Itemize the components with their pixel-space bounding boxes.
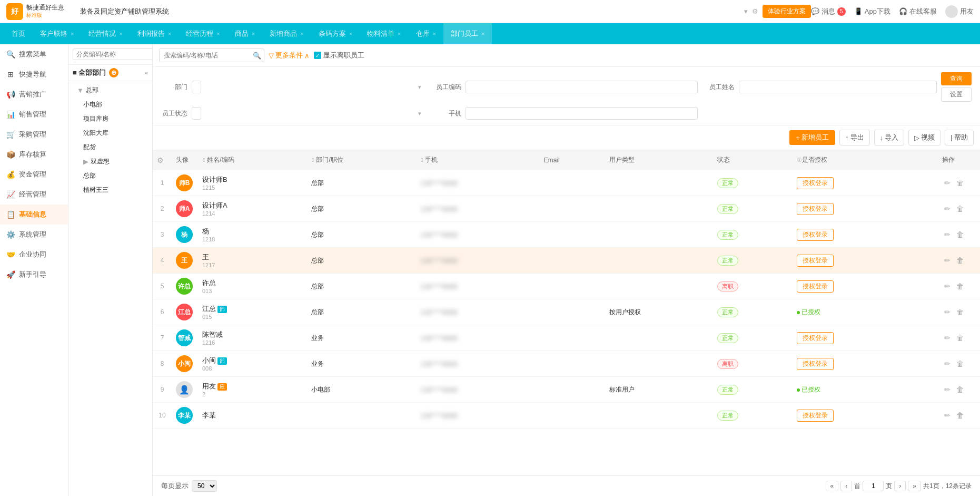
- sidebar-item-inventory[interactable]: 📦 库存核算: [0, 144, 68, 164]
- notifications-btn[interactable]: 💬 消息 5: [811, 7, 846, 16]
- edit-btn[interactable]: ✏: [942, 358, 953, 369]
- dept-node-distribution[interactable]: 配货: [68, 140, 152, 154]
- employee-search-input[interactable]: [159, 48, 264, 62]
- auth-btn[interactable]: 授权登录: [797, 358, 834, 370]
- tab-close-icon[interactable]: ×: [119, 31, 122, 37]
- sidebar-item-system[interactable]: ⚙️ 系统管理: [0, 225, 68, 245]
- sidebar-item-guide[interactable]: 🚀 新手引导: [0, 265, 68, 285]
- tab-close-icon[interactable]: ×: [168, 31, 171, 37]
- gear-icon[interactable]: ⚙: [157, 156, 164, 164]
- export-btn[interactable]: ↑ 导出: [839, 130, 870, 145]
- tab-warehouse[interactable]: 仓库 ×: [409, 23, 443, 44]
- emp-name-input[interactable]: [739, 81, 937, 93]
- col-phone[interactable]: ↕ 手机: [416, 150, 540, 170]
- tab-close-icon[interactable]: ×: [481, 31, 484, 37]
- query-btn[interactable]: 查询: [941, 72, 972, 85]
- dept-add-icon[interactable]: ⊕: [109, 68, 118, 77]
- auth-btn[interactable]: 授权登录: [797, 177, 834, 189]
- show-resigned-checkbox[interactable]: ✓: [314, 52, 321, 59]
- col-dept[interactable]: ↕ 部门/职位: [307, 150, 416, 170]
- edit-btn[interactable]: ✏: [942, 178, 953, 188]
- set-btn[interactable]: 设置: [941, 87, 972, 102]
- tab-barcode[interactable]: 条码方案 ×: [311, 23, 360, 44]
- delete-btn[interactable]: 🗑: [954, 229, 966, 240]
- tab-bom[interactable]: 物料清单 ×: [360, 23, 408, 44]
- auth-btn[interactable]: 授权登录: [797, 229, 834, 241]
- edit-btn[interactable]: ✏: [942, 384, 953, 395]
- edit-btn[interactable]: ✏: [942, 229, 953, 240]
- sidebar-item-sales[interactable]: 📊 销售管理: [0, 104, 68, 124]
- sidebar-item-collab[interactable]: 🤝 企业协同: [0, 245, 68, 265]
- tab-history[interactable]: 经营历程 ×: [179, 23, 227, 44]
- edit-btn[interactable]: ✏: [942, 307, 953, 317]
- sidebar-item-search[interactable]: 🔍 搜索菜单: [0, 44, 68, 64]
- edit-btn[interactable]: ✏: [942, 281, 953, 291]
- tab-profit[interactable]: 利润报告 ×: [130, 23, 179, 44]
- app-download-btn[interactable]: 📱 App下载: [854, 7, 890, 16]
- auth-btn[interactable]: 授权登录: [797, 203, 834, 215]
- tab-close-icon[interactable]: ×: [216, 31, 220, 37]
- tab-close-icon[interactable]: ×: [398, 31, 401, 37]
- tab-close-icon[interactable]: ×: [71, 31, 74, 37]
- phone-input[interactable]: [466, 107, 698, 120]
- dept-node-plant[interactable]: 植树王三: [68, 183, 152, 197]
- sidebar-item-marketing[interactable]: 📢 营销推广: [0, 84, 68, 104]
- delete-btn[interactable]: 🗑: [954, 384, 966, 395]
- delete-btn[interactable]: 🗑: [954, 203, 966, 214]
- dept-collapse-icon[interactable]: «: [145, 70, 148, 76]
- show-resigned-toggle[interactable]: ✓ 显示离职员工: [314, 51, 364, 60]
- delete-btn[interactable]: 🗑: [954, 333, 966, 343]
- sidebar-item-shortcut[interactable]: ⊞ 快捷导航: [0, 64, 68, 84]
- help-btn[interactable]: | 帮助: [945, 130, 974, 145]
- next-page-btn[interactable]: ›: [894, 481, 906, 491]
- page-number-input[interactable]: [863, 481, 884, 491]
- settings-icon[interactable]: ⚙: [752, 7, 758, 15]
- auth-btn[interactable]: 授权登录: [797, 255, 834, 267]
- tab-operation[interactable]: 经营情况 ×: [81, 23, 130, 44]
- experience-btn[interactable]: 体验行业方案: [763, 5, 811, 18]
- service-btn[interactable]: 🎧 在线客服: [899, 7, 937, 16]
- delete-btn[interactable]: 🗑: [954, 178, 966, 188]
- sidebar-item-basic[interactable]: 📋 基础信息: [0, 205, 68, 225]
- edit-btn[interactable]: ✏: [942, 333, 953, 343]
- dept-node-small-electric[interactable]: 小电部: [68, 98, 152, 112]
- delete-btn[interactable]: 🗑: [954, 281, 966, 291]
- edit-btn[interactable]: ✏: [942, 203, 953, 214]
- edit-btn[interactable]: ✏: [942, 410, 953, 421]
- delete-btn[interactable]: 🗑: [954, 255, 966, 266]
- status-filter-select[interactable]: [192, 107, 201, 120]
- col-gear[interactable]: ⚙: [153, 150, 172, 170]
- dept-node-project-warehouse[interactable]: 项目库房: [68, 112, 152, 126]
- auth-btn[interactable]: 授权登录: [797, 332, 834, 344]
- tab-goods[interactable]: 商品 ×: [227, 23, 262, 44]
- video-btn[interactable]: ▷ 视频: [908, 130, 941, 145]
- tab-close-icon[interactable]: ×: [349, 31, 352, 37]
- delete-btn[interactable]: 🗑: [954, 410, 966, 421]
- delete-btn[interactable]: 🗑: [954, 307, 966, 317]
- dept-filter-select[interactable]: [192, 81, 201, 93]
- auth-btn[interactable]: 授权登录: [797, 280, 834, 293]
- tab-close-icon[interactable]: ×: [433, 31, 436, 37]
- dept-node-double[interactable]: ▶双虚想: [68, 154, 152, 169]
- dept-search-input[interactable]: [73, 48, 153, 60]
- prev-page-btn[interactable]: ‹: [840, 481, 852, 491]
- dept-node-hq2[interactable]: 总部: [68, 169, 152, 183]
- user-menu[interactable]: 用友: [945, 5, 974, 18]
- more-filter-btn[interactable]: ▽ 更多条件 ∧: [269, 51, 310, 60]
- tab-close-icon[interactable]: ×: [252, 31, 255, 37]
- tab-new-goods[interactable]: 新增商品 ×: [262, 23, 311, 44]
- import-btn[interactable]: ↓ 导入: [874, 130, 905, 145]
- delete-btn[interactable]: 🗑: [954, 358, 966, 369]
- tab-close-icon[interactable]: ×: [300, 31, 303, 37]
- auth-btn[interactable]: 授权登录: [797, 410, 834, 422]
- dept-node-headquarters[interactable]: ▼总部: [68, 83, 152, 98]
- tab-customer[interactable]: 客户联络 ×: [33, 23, 81, 44]
- sidebar-item-finance[interactable]: 💰 资金管理: [0, 164, 68, 184]
- dept-all-btn[interactable]: ■ 全部部门 ⊕ «: [68, 65, 152, 81]
- emp-code-input[interactable]: [466, 81, 698, 93]
- first-page-btn[interactable]: «: [826, 481, 839, 491]
- sidebar-item-operation[interactable]: 📈 经营管理: [0, 184, 68, 205]
- system-name-arrow[interactable]: ▾: [744, 7, 748, 15]
- edit-btn[interactable]: ✏: [942, 255, 953, 266]
- tab-employee[interactable]: 部门员工 ×: [443, 23, 492, 44]
